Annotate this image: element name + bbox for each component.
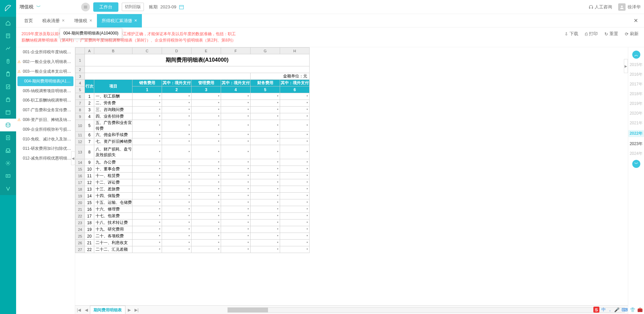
data-cell[interactable]: * — [280, 186, 310, 193]
data-cell[interactable]: * — [162, 100, 192, 107]
data-cell[interactable]: * — [132, 226, 162, 233]
ime-keyboard-icon[interactable]: ⌨ — [622, 307, 628, 312]
data-cell[interactable]: * — [192, 233, 221, 240]
data-cell[interactable]: * — [162, 138, 192, 145]
data-cell[interactable]: * — [251, 240, 280, 246]
data-cell[interactable]: * — [132, 93, 162, 100]
report-item-7[interactable]: ⚠008-资产折旧、摊销及纳税… — [16, 115, 75, 125]
data-cell[interactable]: * — [280, 173, 310, 179]
menu-round-button[interactable] — [81, 3, 90, 11]
data-cell[interactable]: * — [132, 173, 162, 179]
data-cell[interactable]: * — [221, 179, 251, 186]
data-cell[interactable]: * — [251, 186, 280, 193]
data-cell[interactable]: * — [280, 120, 310, 132]
data-cell[interactable]: * — [132, 145, 162, 159]
data-cell[interactable]: * — [192, 246, 221, 253]
data-cell[interactable]: * — [192, 199, 221, 206]
data-cell[interactable]: * — [192, 113, 221, 120]
data-cell[interactable]: * — [221, 173, 251, 179]
tab-0[interactable]: 首页 — [19, 14, 38, 27]
data-cell[interactable]: * — [132, 233, 162, 240]
nav-export[interactable] — [0, 131, 16, 144]
data-cell[interactable]: * — [251, 93, 280, 100]
consult-button[interactable]: 人工咨询 — [589, 4, 612, 10]
data-cell[interactable]: * — [251, 193, 280, 199]
data-cell[interactable]: * — [280, 145, 310, 159]
data-cell[interactable]: * — [162, 107, 192, 113]
year-2024年[interactable]: 2024年 — [630, 151, 643, 156]
data-cell[interactable]: * — [162, 226, 192, 233]
data-cell[interactable]: * — [162, 159, 192, 166]
nav-tax[interactable] — [0, 119, 16, 131]
data-cell[interactable]: * — [280, 132, 310, 138]
report-item-11[interactable]: 012-减免所得税优惠明细表(… — [16, 153, 75, 163]
data-cell[interactable]: * — [221, 113, 251, 120]
data-cell[interactable]: * — [132, 219, 162, 226]
data-cell[interactable]: * — [251, 246, 280, 253]
data-cell[interactable]: * — [280, 206, 310, 213]
sheet-nav-first[interactable]: |◀ — [75, 308, 83, 312]
data-cell[interactable]: * — [251, 100, 280, 107]
nav-home[interactable] — [0, 17, 16, 29]
data-cell[interactable]: * — [221, 100, 251, 107]
data-cell[interactable]: * — [251, 107, 280, 113]
data-cell[interactable]: * — [162, 173, 192, 179]
data-cell[interactable]: * — [280, 93, 310, 100]
nav-chart[interactable] — [0, 42, 16, 55]
data-cell[interactable]: * — [162, 145, 192, 159]
nav-calendar[interactable] — [0, 106, 16, 119]
data-cell[interactable]: * — [251, 159, 280, 166]
tab-2[interactable]: 增值税✕ — [69, 14, 97, 27]
data-cell[interactable]: * — [251, 173, 280, 179]
year-2019年[interactable]: 2019年 — [630, 101, 643, 107]
data-cell[interactable]: * — [132, 213, 162, 219]
nav-doc[interactable] — [0, 29, 16, 42]
data-cell[interactable]: * — [192, 100, 221, 107]
data-cell[interactable]: * — [221, 219, 251, 226]
data-cell[interactable]: * — [251, 233, 280, 240]
data-cell[interactable]: * — [221, 193, 251, 199]
data-cell[interactable]: * — [251, 226, 280, 233]
data-cell[interactable]: * — [221, 186, 251, 193]
data-cell[interactable]: * — [162, 233, 192, 240]
nav-v[interactable] — [0, 182, 16, 195]
data-cell[interactable]: * — [221, 107, 251, 113]
data-cell[interactable]: * — [221, 120, 251, 132]
data-cell[interactable]: * — [132, 179, 162, 186]
data-cell[interactable]: * — [280, 193, 310, 199]
data-cell[interactable]: * — [192, 132, 221, 138]
tab-close[interactable]: ✕ — [89, 18, 92, 23]
data-cell[interactable]: * — [280, 246, 310, 253]
app-logo[interactable] — [3, 3, 13, 13]
data-cell[interactable]: * — [280, 179, 310, 186]
data-cell[interactable]: * — [192, 206, 221, 213]
ime-skin-icon[interactable]: 👕 — [630, 307, 635, 312]
data-cell[interactable]: * — [280, 100, 310, 107]
data-cell[interactable]: * — [251, 113, 280, 120]
data-cell[interactable]: * — [221, 199, 251, 206]
data-cell[interactable]: * — [251, 166, 280, 173]
year-2018年[interactable]: 2018年 — [630, 91, 643, 97]
data-cell[interactable]: * — [251, 138, 280, 145]
data-cell[interactable]: * — [162, 120, 192, 132]
data-cell[interactable]: * — [162, 246, 192, 253]
tab-close[interactable]: ✕ — [62, 18, 65, 23]
nav-inbox[interactable] — [0, 144, 16, 157]
data-cell[interactable]: * — [192, 186, 221, 193]
report-item-5[interactable]: 006-职工薪酬纳税调整明细… — [16, 96, 75, 105]
data-cell[interactable]: * — [192, 179, 221, 186]
data-cell[interactable]: * — [280, 199, 310, 206]
ime-tool-icon[interactable]: 🧰 — [637, 307, 643, 312]
workbench-button[interactable]: 工作台 — [93, 2, 118, 12]
ime-punct[interactable]: ， — [608, 307, 612, 313]
ime-mic-icon[interactable]: 🎤 — [614, 307, 620, 312]
tab-close[interactable]: ✕ — [134, 18, 137, 23]
nav-clipboard[interactable] — [0, 68, 16, 80]
sheet-tab[interactable]: 期间费用明细表 — [90, 306, 125, 314]
data-cell[interactable]: * — [251, 213, 280, 219]
year-2020年[interactable]: 2020年 — [630, 111, 643, 116]
refresh-button[interactable]: ⟳刷新 — [625, 31, 639, 37]
data-cell[interactable]: * — [280, 240, 310, 246]
sheet-nav-next[interactable]: ▶ — [125, 308, 133, 312]
data-cell[interactable]: * — [162, 179, 192, 186]
